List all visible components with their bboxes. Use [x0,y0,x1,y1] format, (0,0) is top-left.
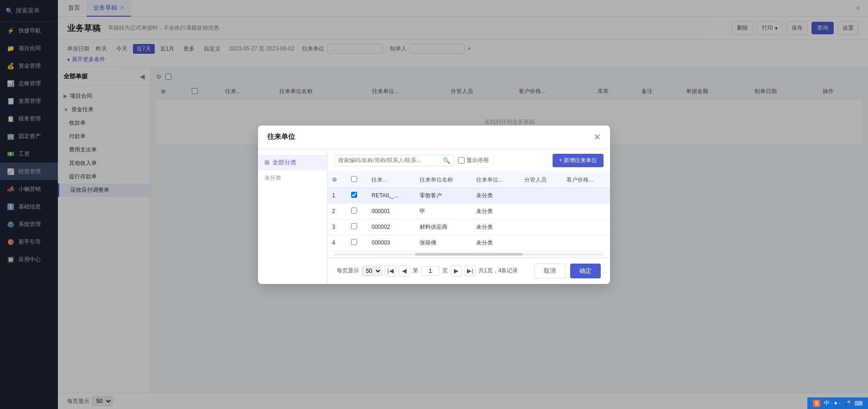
modal-footer: 每页显示 50 |◀ ◀ 第 页 ▶ ▶| 共1页，4条记录 [327,258,610,284]
modal-sidebar-unclassified-label: 未分类 [264,175,281,181]
per-page-select[interactable]: 50 [362,266,382,276]
modal-row-2-name: 甲 [415,203,472,219]
modal-row-3-manager [520,219,562,235]
modal-row-2-price [562,203,610,219]
show-disabled-checkbox[interactable] [458,157,465,164]
modal-row-1-price [562,188,610,203]
modal-row-3-category: 未分类 [472,219,520,235]
modal-col-category: 往来单位... [472,172,520,188]
modal-row-4-category: 未分类 [472,235,520,251]
prev-page-btn[interactable]: ◀ [399,265,410,277]
partner-modal: 往来单位 ✕ ⊞ 全部分类 未分类 🔍 [258,126,610,284]
modal-row-3-checkbox[interactable] [346,219,367,235]
status-keyboard-icon: ⌨ [855,400,862,407]
status-mic-icon: 🎤 [844,400,851,407]
modal-row-3-name: 材料供应商 [415,219,472,235]
modal-sidebar-unclassified[interactable]: 未分类 [258,170,327,186]
modal-title: 往来单位 [267,132,295,141]
modal-row-2-category: 未分类 [472,203,520,219]
modal-sidebar-all-label: 全部分类 [272,158,296,167]
modal-toolbar: 🔍 显示停用 + 新增往来单位 [327,149,610,172]
modal-col-manager: 分管人员 [520,172,562,188]
cancel-button[interactable]: 取消 [534,264,566,278]
modal-actions: 取消 确定 [534,264,601,278]
modal-sidebar: ⊞ 全部分类 未分类 [258,149,327,284]
modal-header: 往来单位 ✕ [258,126,610,149]
modal-search-box: 🔍 [334,155,454,166]
page-number-input[interactable] [421,266,440,276]
status-s-icon: S [813,400,820,407]
modal-row-1-name: 零散客户 [415,188,472,203]
modal-table-row[interactable]: 4 000003 张筛傅 未分类 [327,235,610,251]
modal-col-price: 客户价格... [562,172,610,188]
page-num-label: 第 [413,267,418,275]
show-disabled-option: 显示停用 [458,157,489,164]
modal-table-row[interactable]: 3 000002 材料供应商 未分类 [327,219,610,235]
modal-col-name: 往来单位名称 [415,172,472,188]
modal-row-4-code: 000003 [367,235,415,251]
show-disabled-label: 显示停用 [466,157,489,164]
modal-table-row[interactable]: 1 RETAIL_... 零散客户 未分类 [327,188,610,203]
modal-row-1-code: RETAIL_... [367,188,415,203]
modal-row-1-manager [520,188,562,203]
modal-row-1-category: 未分类 [472,188,520,203]
modal-row-1-checkbox[interactable] [346,188,367,203]
modal-table: ⚙ 往来... 往来单位名称 往来单位... 分管人员 客户价格... [327,172,610,251]
modal-row-4-price [562,235,610,251]
page-word: 页 [442,267,448,275]
modal-row-2-code: 000001 [367,203,415,219]
status-bar: S 中 · ♦ · 🎤 ⌨ [807,397,868,409]
modal-row-2-num: 2 [327,203,346,219]
last-page-btn[interactable]: ▶| [465,265,476,277]
modal-close-icon[interactable]: ✕ [594,132,601,142]
modal-scrollbar[interactable] [334,253,604,256]
status-label: 中 · ♦ · [824,399,840,407]
modal-row-3-price [562,219,610,235]
modal-col-code: 往来... [367,172,415,188]
first-page-btn[interactable]: |◀ [385,265,396,277]
modal-table-wrap: ⚙ 往来... 往来单位名称 往来单位... 分管人员 客户价格... [327,172,610,251]
modal-row-2-manager [520,203,562,219]
modal-sidebar-all[interactable]: ⊞ 全部分类 [258,155,327,170]
total-info: 共1页，4条记录 [478,267,518,275]
modal-row-4-name: 张筛傅 [415,235,472,251]
modal-row-3-num: 3 [327,219,346,235]
modal-row-3-code: 000002 [367,219,415,235]
modal-col-checkbox [346,172,367,188]
modal-thead-checkbox[interactable] [351,176,357,182]
add-partner-button[interactable]: + 新增往来单位 [553,154,604,167]
modal-main: 🔍 显示停用 + 新增往来单位 ⚙ [327,149,610,284]
confirm-button[interactable]: 确定 [570,264,601,278]
modal-row-4-checkbox[interactable] [346,235,367,251]
modal-table-row[interactable]: 2 000001 甲 未分类 [327,203,610,219]
modal-body: ⊞ 全部分类 未分类 🔍 显示停用 [258,149,610,284]
modal-row-4-manager [520,235,562,251]
pagination: 每页显示 50 |◀ ◀ 第 页 ▶ ▶| 共1页，4条记录 [337,265,518,277]
modal-col-settings: ⚙ [327,172,346,188]
modal-row-2-checkbox[interactable] [346,203,367,219]
per-page-label: 每页显示 [337,267,359,275]
modal-row-4-num: 4 [327,235,346,251]
next-page-btn[interactable]: ▶ [451,265,462,277]
scrollbar-thumb[interactable] [415,253,523,256]
modal-search-icon: 🔍 [443,157,450,164]
modal-search-input[interactable] [338,157,441,164]
modal-overlay: 往来单位 ✕ ⊞ 全部分类 未分类 🔍 [0,0,868,409]
modal-row-1-num: 1 [327,188,346,203]
grid-icon: ⊞ [264,159,270,166]
